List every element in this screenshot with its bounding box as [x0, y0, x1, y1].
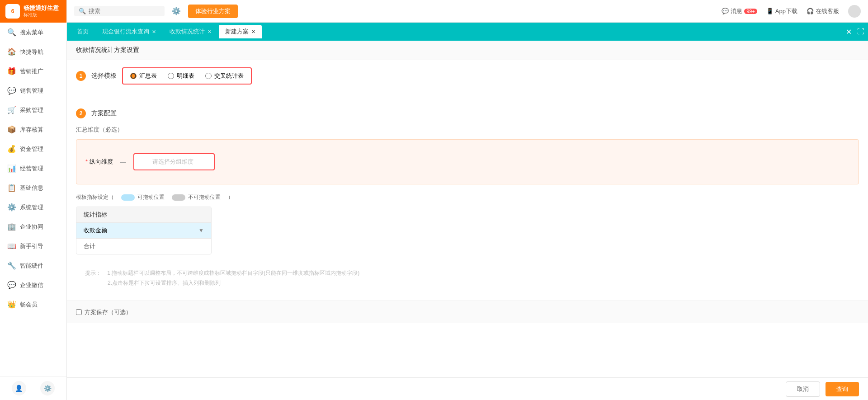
step2-header: 2 方案配置 [76, 108, 859, 118]
industry-plan-button[interactable]: 体验行业方案 [188, 5, 238, 18]
tab-bank-flow-label: 现金银行流水查询 [102, 28, 149, 36]
download-label: App下载 [775, 7, 797, 15]
sidebar-item-quick-nav[interactable]: 🏠 快捷导航 [0, 42, 66, 61]
maximize-icon[interactable]: ⛶ [857, 28, 864, 36]
radio-cross-input[interactable] [205, 73, 212, 79]
save-checkbox-label[interactable]: 方案保存（可选） [76, 308, 132, 316]
radio-summary-input[interactable] [130, 73, 137, 79]
sidebar-item-finance[interactable]: 💰 资金管理 [0, 139, 66, 159]
box-icon: 📦 [7, 125, 16, 134]
query-button[interactable]: 查询 [826, 382, 859, 396]
sidebar-item-inventory[interactable]: 📦 库存核算 [0, 120, 66, 139]
close-window-icon[interactable]: ✕ [846, 28, 852, 36]
legend-fixed-label: 不可拖动位置 [188, 193, 221, 201]
indicators-cell-revenue[interactable]: 收款金额 ▼ [76, 223, 211, 239]
money-icon: 💰 [7, 145, 16, 153]
radio-summary[interactable]: 汇总表 [130, 72, 157, 80]
dimension-area: * 纵向维度 — 请选择分组维度 [76, 139, 859, 184]
tab-receipt-stats[interactable]: 收款情况统计 ✕ [163, 25, 218, 38]
fixed-indicator [172, 194, 185, 201]
indicators-legend: 模板指标设定（ 可拖动位置 不可拖动位置 ） [76, 193, 859, 201]
topbar-right: 💬 消息 99+ 📱 App下载 🎧 在线客服 [722, 5, 861, 18]
sidebar-item-basic-info[interactable]: 📋 基础信息 [0, 178, 66, 198]
chart-icon: 📊 [7, 164, 16, 173]
sidebar-item-member[interactable]: 👑 畅会员 [0, 295, 66, 314]
search-menu-icon: 🔍 [7, 28, 16, 37]
sidebar-item-sales[interactable]: 💬 销售管理 [0, 81, 66, 100]
cart-icon: 🛒 [7, 106, 16, 114]
sidebar-item-label: 库存核算 [20, 126, 43, 134]
sidebar-item-marketing[interactable]: 🎁 营销推广 [0, 61, 66, 81]
sidebar-item-label: 系统管理 [20, 203, 43, 212]
indicators-table: 统计指标 收款金额 ▼ 合计 [76, 207, 212, 254]
dimension-arrow: — [120, 159, 126, 165]
book-icon: 📖 [7, 242, 16, 250]
sidebar-item-label: 基础信息 [20, 184, 43, 192]
sidebar-item-operations[interactable]: 📊 经营管理 [0, 159, 66, 178]
draggable-indicator [121, 194, 135, 201]
chevron-down-icon[interactable]: ▼ [198, 227, 204, 234]
legend-draggable-label: 可拖动位置 [137, 193, 165, 201]
radio-detail-input[interactable] [168, 73, 174, 79]
search-input[interactable] [89, 8, 152, 14]
sidebar: 6 畅捷通好生意 标准版 🔍 搜索菜单 🏠 快捷导航 🎁 营销推广 💬 销售管理… [0, 0, 67, 400]
wechat-icon: 💬 [7, 281, 16, 289]
tab-bank-flow-close[interactable]: ✕ [152, 29, 156, 35]
user-avatar[interactable] [848, 5, 861, 18]
total-label: 合计 [84, 243, 95, 249]
topbar: 🔍 ⚙️ 体验行业方案 💬 消息 99+ 📱 App下载 🎧 在线客服 [67, 0, 868, 23]
template-select-box: 汇总表 明细表 交叉统计表 [122, 67, 252, 85]
page-title: 收款情况统计方案设置 [67, 41, 868, 60]
sidebar-bottom-icon-1[interactable]: 👤 [12, 381, 26, 395]
tab-new-plan[interactable]: 新建方案 ✕ [219, 25, 262, 38]
action-bar: 取消 查询 [67, 377, 868, 400]
tips-title: 提示： [85, 270, 106, 276]
dimension-select-box[interactable]: 请选择分组维度 [133, 153, 215, 170]
sidebar-item-hardware[interactable]: 🔧 智能硬件 [0, 256, 66, 275]
vertical-dim-label: * 纵向维度 [85, 158, 113, 166]
tab-receipt-stats-label: 收款情况统计 [170, 28, 205, 36]
logo-title: 畅捷通好生意 [24, 5, 59, 12]
sidebar-item-label: 搜索菜单 [20, 28, 43, 37]
message-item[interactable]: 💬 消息 99+ [722, 7, 757, 15]
settings-icon[interactable]: ⚙️ [172, 7, 181, 15]
tab-bank-flow[interactable]: 现金银行流水查询 ✕ [96, 25, 162, 38]
step2-title: 方案配置 [91, 109, 117, 118]
search-icon: 🔍 [79, 8, 86, 14]
indicators-header: 统计指标 [76, 207, 211, 223]
sidebar-item-label: 营销推广 [20, 67, 43, 75]
radio-detail[interactable]: 明细表 [168, 72, 194, 80]
content-area: 收款情况统计方案设置 1 选择模板 汇总表 明细表 [67, 41, 868, 400]
home-icon: 🏠 [7, 47, 16, 56]
radio-summary-label: 汇总表 [139, 72, 157, 80]
clipboard-icon: 📋 [7, 184, 16, 192]
tab-new-plan-close[interactable]: ✕ [251, 29, 255, 35]
sidebar-item-label: 企业微信 [20, 281, 43, 289]
sidebar-item-guide[interactable]: 📖 新手引导 [0, 236, 66, 256]
sidebar-bottom-icon-2[interactable]: ⚙️ [40, 381, 55, 395]
gear-icon: ⚙️ [7, 203, 16, 212]
download-item[interactable]: 📱 App下载 [766, 7, 797, 15]
sidebar-item-label: 畅会员 [20, 301, 38, 309]
tab-new-plan-label: 新建方案 [225, 28, 249, 36]
save-checkbox[interactable] [76, 309, 82, 315]
topbar-search-box[interactable]: 🔍 [74, 6, 165, 16]
sidebar-item-wechat[interactable]: 💬 企业微信 [0, 275, 66, 295]
sidebar-item-system[interactable]: ⚙️ 系统管理 [0, 198, 66, 217]
sidebar-item-enterprise[interactable]: 🏢 企业协同 [0, 217, 66, 236]
cancel-button[interactable]: 取消 [786, 381, 820, 397]
step2-badge: 2 [76, 108, 86, 118]
service-label: 在线客服 [816, 7, 839, 15]
sidebar-item-label: 快捷导航 [20, 48, 43, 56]
sidebar-item-search-menu[interactable]: 🔍 搜索菜单 [0, 23, 66, 42]
logo-badge: 标准版 [24, 12, 59, 18]
subsection-title: 汇总维度（必选） [76, 126, 859, 134]
sidebar-item-label: 企业协同 [20, 223, 43, 231]
service-item[interactable]: 🎧 在线客服 [807, 7, 839, 15]
radio-cross[interactable]: 交叉统计表 [205, 72, 244, 80]
tab-receipt-stats-close[interactable]: ✕ [208, 29, 212, 35]
sidebar-item-label: 资金管理 [20, 145, 43, 153]
sidebar-item-purchase[interactable]: 🛒 采购管理 [0, 100, 66, 120]
tab-home[interactable]: 首页 [71, 25, 95, 38]
divider-1 [76, 101, 859, 101]
